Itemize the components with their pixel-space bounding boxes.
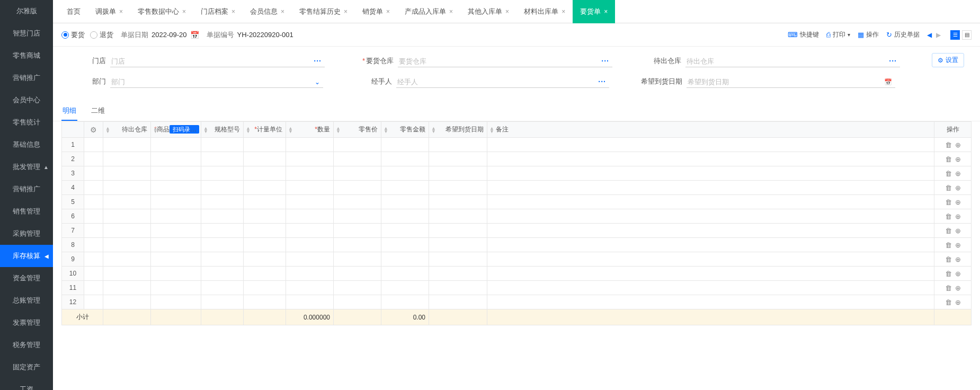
doc-date-value[interactable]: 2022-09-20 [152, 31, 187, 39]
cell[interactable] [201, 238, 244, 252]
cell[interactable] [487, 166, 934, 181]
cell[interactable] [201, 209, 244, 224]
cell[interactable] [244, 295, 286, 309]
tab-0[interactable]: 首页 [59, 0, 88, 23]
th-expect[interactable]: ▲▼希望到货日期 [429, 122, 487, 138]
cell[interactable] [429, 224, 487, 238]
sidebar-item-16[interactable]: 固定资产 [0, 356, 53, 378]
add-row-icon[interactable]: ⊕ [954, 170, 963, 178]
view-grid-button[interactable]: ▤ [962, 30, 972, 40]
sidebar-item-3[interactable]: 营销推广 [0, 67, 53, 89]
expect-date-input[interactable] [688, 78, 882, 86]
cell[interactable] [103, 295, 151, 309]
cell[interactable] [151, 224, 201, 238]
cell[interactable] [244, 281, 286, 295]
cell[interactable] [487, 152, 934, 166]
delete-row-icon[interactable]: 🗑 [943, 255, 954, 263]
tab-6[interactable]: 销货单× [355, 0, 397, 23]
handler-input-wrap[interactable]: ··· [396, 76, 609, 88]
sidebar-item-5[interactable]: 零售统计 [0, 111, 53, 134]
add-row-icon[interactable]: ⊕ [954, 270, 963, 278]
sidebar-item-10[interactable]: 采购管理 [0, 223, 53, 245]
subtab-detail[interactable]: 明细 [61, 103, 77, 121]
table-row[interactable]: 12🗑⊕ [62, 295, 972, 309]
delete-row-icon[interactable]: 🗑 [943, 298, 954, 306]
cell[interactable] [244, 195, 286, 209]
delete-row-icon[interactable]: 🗑 [943, 155, 954, 163]
table-row[interactable]: 2🗑⊕ [62, 152, 972, 166]
delete-row-icon[interactable]: 🗑 [943, 284, 954, 292]
cell[interactable] [334, 281, 381, 295]
cell[interactable] [381, 281, 429, 295]
close-icon[interactable]: × [505, 8, 509, 15]
cell[interactable] [151, 166, 201, 181]
th-unit[interactable]: ▲▼*计量单位 [244, 122, 286, 138]
sidebar-item-14[interactable]: 发票管理 [0, 312, 53, 334]
cell[interactable] [381, 138, 429, 152]
cell[interactable] [429, 152, 487, 166]
cell[interactable] [84, 181, 103, 195]
ellipsis-icon[interactable]: ··· [311, 57, 324, 65]
close-icon[interactable]: × [231, 8, 235, 15]
cell[interactable] [244, 166, 286, 181]
cell[interactable] [487, 267, 934, 281]
cell[interactable] [151, 138, 201, 152]
tab-8[interactable]: 其他入库单× [460, 0, 516, 23]
cell[interactable] [487, 224, 934, 238]
out-wh-input[interactable] [687, 57, 887, 65]
add-row-icon[interactable]: ⊕ [954, 284, 963, 292]
tab-4[interactable]: 会员信息× [243, 0, 292, 23]
add-row-icon[interactable]: ⊕ [954, 298, 963, 306]
cell[interactable] [381, 295, 429, 309]
cell[interactable] [84, 295, 103, 309]
cell[interactable] [429, 281, 487, 295]
cell[interactable] [334, 195, 381, 209]
cell[interactable] [429, 252, 487, 267]
cell[interactable] [151, 238, 201, 252]
history-button[interactable]: ↻历史单据 [886, 30, 920, 39]
cell[interactable] [151, 195, 201, 209]
sidebar-item-1[interactable]: 智慧门店 [0, 22, 53, 45]
sidebar-item-0[interactable]: 尔雅版 [0, 0, 53, 22]
tab-1[interactable]: 调拨单× [88, 0, 130, 23]
cell[interactable] [151, 181, 201, 195]
table-row[interactable]: 9🗑⊕ [62, 252, 972, 267]
cell[interactable] [334, 152, 381, 166]
sidebar-item-4[interactable]: 会员中心 [0, 89, 53, 111]
tab-3[interactable]: 门店档案× [193, 0, 243, 23]
table-row[interactable]: 3🗑⊕ [62, 166, 972, 181]
cell[interactable] [381, 209, 429, 224]
shortcut-button[interactable]: ⌨快捷键 [788, 30, 819, 39]
delete-row-icon[interactable]: 🗑 [943, 212, 954, 220]
operation-button[interactable]: ▦操作 [858, 30, 879, 39]
sidebar-item-2[interactable]: 零售商城 [0, 45, 53, 67]
cell[interactable] [103, 281, 151, 295]
cell[interactable] [429, 295, 487, 309]
cell[interactable] [381, 195, 429, 209]
tab-9[interactable]: 材料出库单× [516, 0, 573, 23]
cell[interactable] [84, 209, 103, 224]
table-row[interactable]: 6🗑⊕ [62, 209, 972, 224]
view-list-button[interactable]: ☰ [950, 30, 960, 40]
cell[interactable] [84, 281, 103, 295]
cell[interactable] [201, 138, 244, 152]
cell[interactable] [103, 224, 151, 238]
tab-7[interactable]: 产成品入库单× [397, 0, 460, 23]
table-row[interactable]: 11🗑⊕ [62, 281, 972, 295]
cell[interactable] [151, 252, 201, 267]
cell[interactable] [84, 238, 103, 252]
radio-return[interactable]: 退货 [90, 30, 113, 40]
calendar-icon[interactable]: 📅 [190, 31, 199, 39]
cell[interactable] [381, 152, 429, 166]
sidebar-item-7[interactable]: 批发管理▲ [0, 156, 53, 178]
cell[interactable] [84, 224, 103, 238]
expect-date-input-wrap[interactable]: 📅 [687, 76, 895, 88]
cell[interactable] [286, 209, 334, 224]
th-price[interactable]: ▲▼零售价 [334, 122, 381, 138]
req-wh-input[interactable] [399, 57, 599, 65]
settings-button[interactable]: ⚙设置 [932, 53, 964, 67]
cell[interactable] [244, 138, 286, 152]
cell[interactable] [429, 166, 487, 181]
cell[interactable] [487, 238, 934, 252]
cell[interactable] [286, 152, 334, 166]
